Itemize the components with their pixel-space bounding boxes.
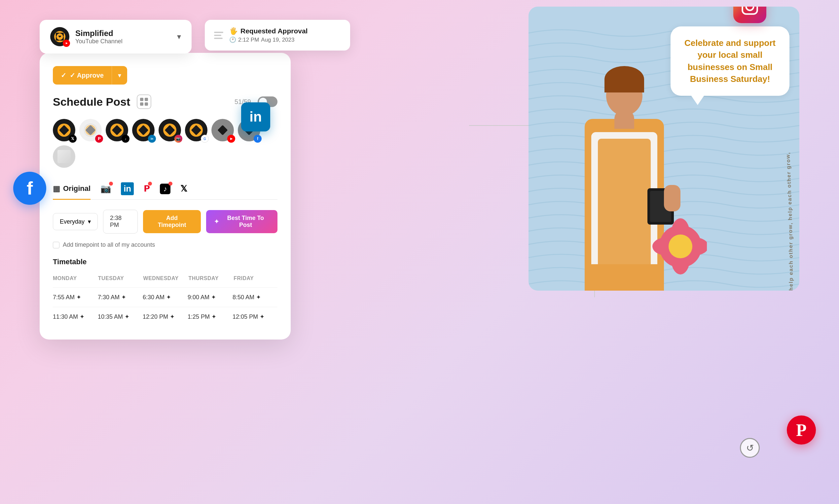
svg-point-20 bbox=[668, 234, 692, 258]
tab-original-label: Original bbox=[63, 184, 90, 193]
time-wed-1: 6:30 AM ✦ bbox=[143, 294, 171, 301]
col-friday: FRIDAY bbox=[234, 273, 278, 284]
time-mon-2: 11:30 AM ✦ bbox=[53, 313, 85, 320]
cell-fri-2: 12:05 PM ✦ bbox=[233, 307, 278, 326]
time-tue-1: 7:30 AM ✦ bbox=[98, 294, 126, 301]
tab-pinterest[interactable]: 𝗣 bbox=[144, 182, 150, 199]
tab-bar: ▦ Original 📷 in 𝗣 ♪ 𝕏 bbox=[53, 182, 278, 200]
x-badge: 𝕏 bbox=[69, 135, 77, 143]
linkedin-tab-icon: in bbox=[121, 182, 134, 195]
cell-thu-2: 1:25 PM ✦ bbox=[188, 307, 233, 326]
approve-button-group: ✓ ✓ Approve ▾ bbox=[53, 66, 278, 85]
tab-tiktok[interactable]: ♪ bbox=[160, 182, 171, 199]
refresh-icon[interactable]: ↺ bbox=[740, 438, 760, 458]
time-mon-1: 7:55 AM ✦ bbox=[53, 294, 81, 301]
avatar-google[interactable]: G bbox=[185, 119, 209, 143]
approval-date: Aug 19, 2023 bbox=[261, 37, 294, 43]
floating-facebook-icon: f bbox=[13, 172, 46, 205]
refresh-symbol: ↺ bbox=[746, 443, 754, 453]
avatar-pinterest-inactive[interactable]: 𝗣 bbox=[79, 119, 103, 143]
youtube-badge-small: ▶ bbox=[227, 135, 235, 143]
tab-original[interactable]: ▦ Original bbox=[53, 182, 90, 200]
avatar-x[interactable]: 𝕏 bbox=[53, 119, 77, 143]
approve-label: ✓ Approve bbox=[70, 71, 104, 79]
linkedin-badge: in bbox=[148, 135, 156, 143]
col-tuesday: TUESDAY bbox=[98, 273, 142, 284]
pinterest-badge: 𝗣 bbox=[95, 135, 103, 143]
speech-bubble-tail bbox=[690, 94, 705, 105]
avatar-tiktok[interactable]: ♪ bbox=[106, 119, 129, 143]
col-monday: MONDAY bbox=[53, 273, 97, 284]
add-all-checkbox[interactable] bbox=[53, 242, 59, 248]
approval-badge: 🖐️ Requested Approval 🕐 2:12 PM Aug 19, … bbox=[205, 20, 350, 51]
svg-text:help each other grow, help eac: help each other grow, help each other gr… bbox=[785, 152, 794, 291]
frequency-dropdown[interactable]: Everyday ▾ bbox=[53, 213, 98, 230]
tab-x[interactable]: 𝕏 bbox=[180, 182, 187, 199]
curved-text-overlay: help each other grow, help each other gr… bbox=[733, 92, 799, 291]
channel-name: Simplified bbox=[75, 29, 171, 38]
linkedin-in-text: in bbox=[249, 109, 262, 125]
google-badge: G bbox=[201, 135, 209, 143]
cell-tue-1: 7:30 AM ✦ bbox=[98, 288, 143, 307]
avatar-other[interactable] bbox=[53, 145, 77, 169]
time-fri-2: 12:05 PM ✦ bbox=[233, 313, 265, 320]
channel-type: YouTube Channel bbox=[75, 38, 171, 45]
time-fri-1: 8:50 AM ✦ bbox=[233, 294, 261, 301]
frequency-chevron: ▾ bbox=[88, 218, 91, 225]
schedule-panel: ✓ ✓ Approve ▾ Schedule Post 51/59 𝕏 bbox=[40, 53, 291, 340]
col-wednesday: WEDNESDAY bbox=[143, 273, 187, 284]
channel-icon bbox=[50, 27, 69, 46]
avatar-youtube[interactable]: ▶ bbox=[211, 119, 235, 143]
avatar-instagram[interactable]: 📷 bbox=[159, 119, 182, 143]
checkmark-icon: ✓ bbox=[61, 71, 66, 79]
cell-fri-1: 8:50 AM ✦ bbox=[233, 288, 278, 307]
add-all-accounts[interactable]: Add timepoint to all of my accounts bbox=[53, 241, 278, 248]
time-controls: Everyday ▾ 2:38 PM Add Timepoint ✦ Best … bbox=[53, 210, 278, 234]
floating-pinterest-icon: P bbox=[787, 415, 816, 445]
tiktok-badge: ♪ bbox=[122, 135, 129, 143]
table-row: 7:55 AM ✦ 7:30 AM ✦ 6:30 AM ✦ 9:00 AM ✦ … bbox=[53, 287, 278, 307]
add-all-text: Add timepoint to all of my accounts bbox=[63, 241, 155, 248]
social-image-background: Celebrate and support your local small b… bbox=[529, 6, 799, 291]
pinterest-p-letter: P bbox=[796, 420, 807, 440]
instagram-badge: 📷 bbox=[174, 135, 182, 143]
best-time-label: Best Time To Post bbox=[222, 215, 270, 229]
time-thu-2: 1:25 PM ✦ bbox=[188, 313, 216, 320]
col-thursday: THURSDAY bbox=[188, 273, 232, 284]
grid-view-icon[interactable] bbox=[137, 94, 151, 109]
floating-linkedin-icon: in bbox=[241, 102, 270, 131]
x-tab-icon: 𝕏 bbox=[180, 184, 187, 194]
add-timepoint-button[interactable]: Add Timepoint bbox=[143, 210, 201, 233]
schedule-title: Schedule Post bbox=[53, 95, 130, 108]
instagram-notification-dot bbox=[109, 182, 113, 186]
cell-wed-1: 6:30 AM ✦ bbox=[143, 288, 188, 307]
avatar-linkedin[interactable]: in bbox=[132, 119, 156, 143]
best-time-button[interactable]: ✦ Best Time To Post bbox=[206, 210, 278, 233]
social-image-panel: Celebrate and support your local small b… bbox=[529, 6, 799, 291]
approval-label: Requested Approval bbox=[240, 27, 307, 35]
flower-decoration bbox=[647, 213, 707, 281]
channel-text: Simplified YouTube Channel bbox=[75, 29, 171, 45]
time-input[interactable]: 2:38 PM bbox=[103, 210, 138, 234]
cell-tue-2: 10:35 AM ✦ bbox=[98, 307, 143, 326]
tab-instagram[interactable]: 📷 bbox=[101, 182, 111, 199]
svg-point-10 bbox=[746, 6, 754, 10]
approve-dropdown-button[interactable]: ▾ bbox=[112, 66, 127, 85]
timetable-header: MONDAY TUESDAY WEDNESDAY THURSDAY FRIDAY bbox=[53, 273, 278, 284]
tab-linkedin[interactable]: in bbox=[121, 182, 134, 199]
original-tab-icon: ▦ bbox=[53, 184, 60, 193]
approval-text: 🖐️ Requested Approval 🕐 2:12 PM Aug 19, … bbox=[229, 27, 307, 43]
approve-main-button[interactable]: ✓ ✓ Approve bbox=[53, 66, 112, 85]
dropdown-arrow-icon: ▾ bbox=[118, 72, 121, 79]
time-thu-1: 9:00 AM ✦ bbox=[188, 294, 216, 301]
cell-thu-1: 9:00 AM ✦ bbox=[188, 288, 233, 307]
speech-bubble: Celebrate and support your local small b… bbox=[671, 26, 789, 96]
pinterest-notification-dot bbox=[148, 182, 152, 186]
frequency-label: Everyday bbox=[60, 218, 85, 225]
time-tue-2: 10:35 AM ✦ bbox=[98, 313, 129, 320]
chevron-down-icon[interactable]: ▾ bbox=[177, 32, 181, 41]
youtube-badge bbox=[63, 40, 70, 47]
sparkle-icon: ✦ bbox=[214, 218, 219, 225]
timetable-rows: 7:55 AM ✦ 7:30 AM ✦ 6:30 AM ✦ 9:00 AM ✦ … bbox=[53, 287, 278, 326]
channel-selector[interactable]: Simplified YouTube Channel ▾ bbox=[40, 20, 192, 54]
